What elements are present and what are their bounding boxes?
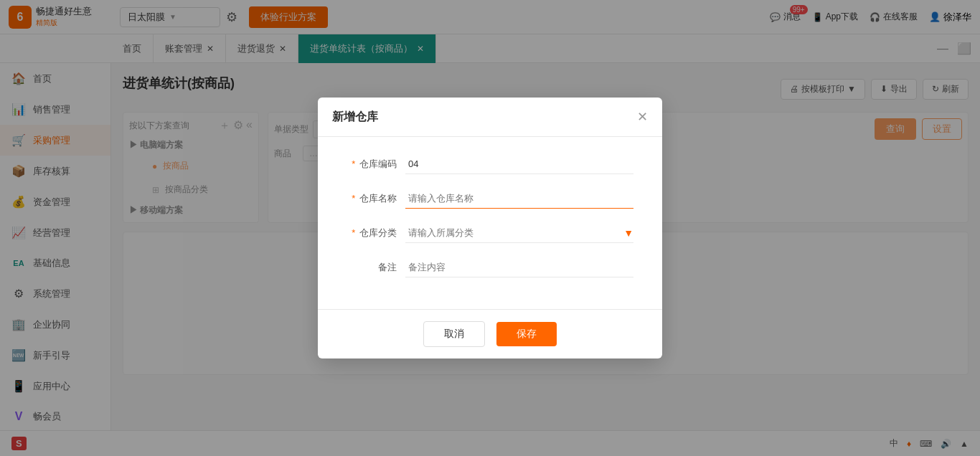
form-label-name: * 仓库名称 — [347, 192, 397, 205]
form-row-code: * 仓库编码 — [347, 154, 633, 174]
form-label-code: * 仓库编码 — [347, 158, 397, 171]
note-input[interactable] — [405, 257, 633, 277]
modal-close-button[interactable]: ✕ — [637, 109, 648, 125]
modal-footer: 取消 保存 — [318, 309, 662, 358]
form-row-note: 备注 — [347, 257, 633, 277]
modal-overlay: 新增仓库 ✕ * 仓库编码 * 仓库名称 — [0, 0, 980, 456]
required-star-name: * — [352, 193, 355, 204]
warehouse-code-input[interactable] — [405, 154, 633, 174]
required-star-code: * — [352, 158, 355, 169]
warehouse-category-input[interactable] — [405, 223, 623, 242]
form-label-category: * 仓库分类 — [347, 227, 397, 239]
form-row-category: * 仓库分类 ▼ — [347, 223, 633, 243]
modal-title: 新增仓库 — [332, 110, 378, 125]
modal-body: * 仓库编码 * 仓库名称 * 仓库分类 — [318, 137, 662, 309]
save-button[interactable]: 保存 — [496, 322, 557, 346]
required-star-category: * — [352, 227, 355, 238]
cancel-button[interactable]: 取消 — [423, 321, 485, 347]
form-row-name: * 仓库名称 — [347, 189, 633, 209]
warehouse-category-selector[interactable]: ▼ — [405, 223, 633, 243]
category-dropdown-icon: ▼ — [623, 227, 633, 239]
modal-add-warehouse: 新增仓库 ✕ * 仓库编码 * 仓库名称 — [318, 98, 662, 358]
form-label-note: 备注 — [347, 261, 397, 274]
warehouse-name-input[interactable] — [405, 189, 633, 209]
modal-header: 新增仓库 ✕ — [318, 98, 662, 137]
